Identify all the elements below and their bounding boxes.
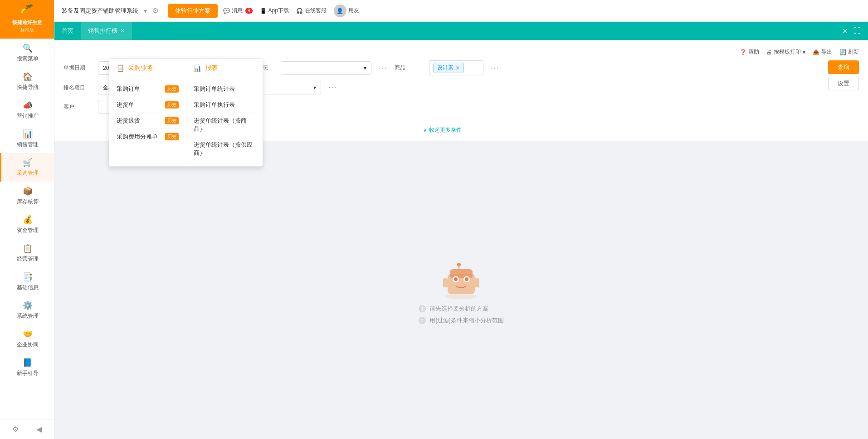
dropdown-right-title: 报表 [205,64,218,72]
sidebar-item-purchase[interactable]: 🛒 采购管理 [0,153,54,182]
operations-icon: 📋 [23,243,33,253]
help-btn[interactable]: ❓ 帮助 [740,48,759,56]
home-icon: 🏠 [23,72,33,82]
export-label: 导出 [821,48,832,56]
sidebar-item-sales[interactable]: 📊 销售管理 [0,124,54,153]
messages-icon: 💬 [223,8,230,14]
dropdown-item-incoming[interactable]: 进货单 历史 [117,97,179,113]
dropdown-left-col: 📋 采购业务 采购订单 历史 进货单 历史 进货退货 历史 [109,64,186,161]
sidebar-item-basic-info[interactable]: 📑 基础信息 [0,267,54,296]
empty-hint-1: 1 请先选择要分析的方案 [419,305,503,313]
sidebar-item-inventory[interactable]: 📦 库存核算 [0,182,54,210]
empty-hints: 1 请先选择要分析的方案 2 用[过滤]条件来缩小分析范围 [419,305,503,325]
purchase-biz-icon: 📋 [117,64,124,72]
collapse-icon: ∧ [423,127,427,133]
support-item[interactable]: 🎧 在线客服 [296,7,327,15]
sidebar-label-basic-info: 基础信息 [17,284,39,291]
dropdown-item-expense[interactable]: 采购费用分摊单 历史 [117,129,179,144]
svg-point-10 [457,263,461,266]
tab-close-icon[interactable]: ✕ [120,28,125,34]
dropdown-item-purchase-order[interactable]: 采购订单 历史 [117,81,179,97]
query-button[interactable]: 查询 [828,60,859,74]
tab-sales-rank[interactable]: 销售排行榜 ✕ [81,22,132,40]
status-more-dots[interactable]: ··· [379,64,387,72]
tabbar-close-icon[interactable]: ✕ [840,25,850,37]
help-label: 帮助 [748,48,759,56]
hint-num-1: 1 [419,305,426,312]
sidebar-item-operations[interactable]: 📋 经营管理 [0,239,54,267]
support-icon: 🎧 [296,8,303,14]
collapse-btn[interactable]: ∧ 收起更多条件 [423,126,462,134]
tabbar-expand-icon[interactable]: ⛶ [852,25,863,37]
topbar-right: 💬 消息 9 📱 App下载 🎧 在线客服 👤 用友 [223,5,359,17]
setting-button[interactable]: 设置 [828,77,859,90]
export-btn[interactable]: 📤 导出 [813,48,832,56]
refresh-btn[interactable]: 🔄 刷新 [839,48,859,56]
empty-hint-2: 2 用[过滤]条件来缩小分析范围 [419,316,503,325]
svg-point-0 [445,294,477,299]
messages-item[interactable]: 💬 消息 9 [223,7,253,15]
sidebar-item-marketing[interactable]: 📣 营销推广 [0,96,54,124]
empty-state: 1 请先选择要分析的方案 2 用[过滤]条件来缩小分析范围 [54,141,868,439]
dropdown-item-incoming-stat-goods[interactable]: 进货单统计表（按商品） [194,113,256,137]
guide-icon: 📘 [23,358,33,368]
expense-history-badge: 历史 [165,133,179,140]
sidebar-item-cooperation[interactable]: 🤝 企业协同 [0,325,54,353]
sidebar-item-search[interactable]: 🔍 搜索菜单 [0,39,54,67]
sidebar-item-finance[interactable]: 💰 资金管理 [0,210,54,239]
dropdown-right-col: 📊 报表 采购订单统计表 采购订单执行表 进货单统计表（按商品） 进货单统计表（… [186,64,263,161]
topbar-dropdown-arrow[interactable]: ▾ [144,7,147,15]
print-dropdown-arrow[interactable]: ▾ [803,49,805,55]
support-label: 在线客服 [305,7,327,15]
logo: 🍊 畅捷通好生意 标准版 [0,0,54,39]
system-icon: ⚙️ [23,301,33,311]
collapse-sidebar-icon[interactable]: ◀ [36,425,42,434]
content-area: 📋 采购业务 采购订单 历史 进货单 历史 进货退货 历史 [54,40,868,439]
industry-btn[interactable]: 体验行业方案 [168,4,218,18]
basic-info-icon: 📑 [23,272,33,282]
dropdown-item-return[interactable]: 进货退货 历史 [117,113,179,129]
main-content: 装备及固定资产辅助管理系统 ▾ ⚙ 体验行业方案 💬 消息 9 📱 App下载 … [54,0,868,439]
logo-icon: 🍊 [19,5,35,18]
app-download-item[interactable]: 📱 App下载 [260,7,289,15]
svg-rect-2 [450,269,473,278]
sidebar-item-system[interactable]: ⚙️ 系统管理 [0,296,54,325]
salesman-more-dots[interactable]: ··· [328,84,337,92]
tab-home[interactable]: 首页 [54,22,81,40]
sidebar-label-guide: 新手引导 [17,370,39,377]
refresh-label: 刷新 [848,48,859,56]
tab-sales-rank-label: 销售排行榜 [88,27,117,35]
messages-badge: 9 [245,8,253,14]
svg-point-5 [454,277,458,281]
goods-label: 商品 [395,64,422,72]
sidebar-label-system: 系统管理 [17,312,39,320]
refresh-icon: 🔄 [839,49,846,55]
sidebar-item-guide[interactable]: 📘 新手引导 [0,353,54,382]
dropdown-item-incoming-stat-supplier[interactable]: 进货单统计表（按供应商） [194,137,256,161]
return-label: 进货退货 [117,117,140,125]
dropdown-right-header: 📊 报表 [194,64,256,76]
status-select[interactable]: ▾ [281,61,371,75]
expense-label: 采购费用分摊单 [117,133,158,141]
dropdown-item-purchase-order-stat[interactable]: 采购订单统计表 [194,81,256,97]
finance-icon: 💰 [23,215,33,225]
report-icon: 📊 [194,64,201,72]
search-icon: 🔍 [23,43,33,53]
topbar-settings-icon[interactable]: ⚙ [152,6,159,15]
settings-bottom-icon[interactable]: ⚙ [12,425,19,434]
marketing-icon: 📣 [23,100,33,110]
user-item[interactable]: 👤 用友 [334,5,359,17]
empty-illustration [434,256,488,301]
sidebar-item-quick-nav[interactable]: 🏠 快捷导航 [0,67,54,96]
goods-filter[interactable]: 设计素 ✕ [429,60,483,75]
goods-more-dots[interactable]: ··· [491,64,499,72]
dropdown-item-purchase-order-exec[interactable]: 采购订单执行表 [194,97,256,113]
goods-tag-remove[interactable]: ✕ [455,65,460,71]
action-buttons: 查询 设置 [828,60,859,141]
sidebar-label-search: 搜索菜单 [17,55,39,63]
avatar-icon: 👤 [336,8,343,14]
hint-text-2: 用[过滤]条件来缩小分析范围 [429,316,503,325]
print-icon: 🖨 [766,49,772,55]
print-btn[interactable]: 🖨 按模板打印 ▾ [766,48,805,56]
sidebar-label-finance: 资金管理 [17,227,39,234]
